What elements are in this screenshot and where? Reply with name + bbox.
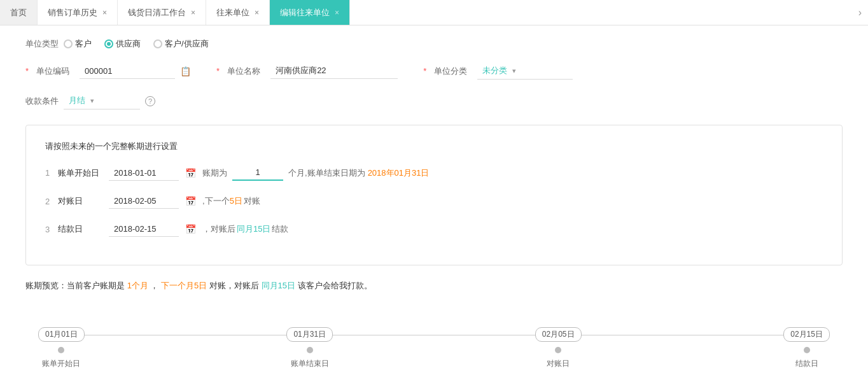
row-label-1: 账单开始日: [58, 167, 109, 179]
preview-prefix: 账期预览：当前客户账期是: [25, 281, 125, 290]
settings-card: 请按照未来的一个完整帐期进行设置 1 账单开始日 📅 账期为 个月,账单结束日期…: [25, 125, 843, 265]
tab-cash-work-close[interactable]: ×: [191, 8, 195, 17]
unit-class-star: *: [423, 66, 426, 76]
preview-part1: 1个月: [127, 281, 148, 290]
reconcile-prefix: ,下一个: [202, 195, 230, 207]
radio-group: 客户 供应商 客户/供应商: [64, 38, 209, 50]
period-label: 账期为: [202, 167, 227, 179]
unit-class-group: * 单位分类 未分类 ▾: [423, 62, 573, 80]
unit-code-label: 单位编码: [36, 66, 69, 77]
tab-cash-work-label: 钱货日清工作台: [128, 7, 186, 18]
tab-edit-partner[interactable]: 编辑往来单位 ×: [270, 0, 350, 25]
card-title: 请按照未来的一个完整帐期进行设置: [45, 141, 823, 152]
tab-partner-list[interactable]: 往来单位 ×: [206, 0, 270, 25]
unit-name-input[interactable]: [270, 64, 398, 79]
reconcile-suffix: 对账: [244, 195, 260, 207]
tl-node-1: 01月01日 账单开始日: [38, 327, 85, 369]
payment-suffix: 结款: [272, 223, 288, 235]
copy-icon[interactable]: 📋: [180, 66, 191, 76]
radio-both-circle: [153, 39, 162, 48]
tab-home-label: 首页: [10, 7, 27, 18]
tab-arrow[interactable]: ›: [852, 0, 868, 25]
payment-date-input[interactable]: [109, 222, 179, 237]
row-num-1: 1: [45, 168, 58, 178]
tab-partner-list-label: 往来单位: [216, 7, 249, 18]
payment-help-icon[interactable]: ?: [145, 96, 155, 106]
tl-tag-2: 01月31日: [286, 327, 333, 342]
tab-sales-history-label: 销售订单历史: [48, 7, 97, 18]
preview-part3: 同月15日: [262, 281, 295, 290]
payment-arrow: ▾: [90, 97, 94, 105]
setting-row-3: 3 结款日 📅 ，对账后 同月15日 结款: [45, 222, 823, 237]
unit-class-value: 未分类: [482, 65, 507, 76]
tab-sales-history[interactable]: 销售订单历史 ×: [38, 0, 118, 25]
tab-edit-partner-close[interactable]: ×: [335, 8, 339, 17]
tl-node-2: 01月31日 账单结束日: [286, 327, 333, 369]
radio-customer-circle: [64, 39, 73, 48]
radio-both[interactable]: 客户/供应商: [153, 38, 209, 50]
tl-tag-3: 02月05日: [535, 327, 582, 342]
tl-desc-2: 账单结束日: [291, 358, 329, 369]
row-num-3: 3: [45, 225, 58, 234]
payment-row: 收款条件 月结 ▾ ?: [25, 92, 843, 109]
unit-type-row: 单位类型 客户 供应商 客户/供应商: [25, 38, 843, 50]
radio-supplier[interactable]: 供应商: [104, 38, 141, 50]
unit-class-arrow: ▾: [512, 67, 516, 75]
unit-name-group: * 单位名称: [216, 64, 398, 79]
unit-code-input[interactable]: [80, 64, 175, 79]
radio-customer[interactable]: 客户: [64, 38, 92, 50]
tl-dot-4: [804, 347, 810, 353]
tl-node-4: 02月15日 结款日: [783, 327, 830, 369]
radio-customer-label: 客户: [75, 38, 92, 50]
payment-date-cal-icon[interactable]: 📅: [185, 224, 196, 234]
timeline-section: 01月01日 账单开始日 01月31日 账单结束日 02月05日 对账日 02月…: [25, 308, 843, 387]
unit-code-star: *: [25, 66, 29, 76]
unit-class-label: 单位分类: [434, 66, 467, 77]
period-unit-text: 个月,账单结束日期为: [288, 167, 365, 179]
setting-row-1: 1 账单开始日 📅 账期为 个月,账单结束日期为 2018年01月31日: [45, 165, 823, 181]
start-date-input[interactable]: [109, 165, 179, 181]
preview-suffix: 该客户会给我打款。: [298, 281, 372, 290]
tl-dot-1: [58, 347, 64, 353]
tab-bar: 首页 销售订单历史 × 钱货日清工作台 × 往来单位 × 编辑往来单位 × ›: [0, 0, 868, 25]
payment-select[interactable]: 月结 ▾: [64, 92, 140, 109]
row-label-3: 结款日: [58, 223, 109, 235]
timeline-nodes: 01月01日 账单开始日 01月31日 账单结束日 02月05日 对账日 02月…: [38, 327, 830, 369]
tl-node-3: 02月05日 对账日: [535, 327, 582, 369]
period-end-date: 2018年01月31日: [368, 167, 430, 179]
preview-comma1: ，: [150, 281, 158, 290]
tl-tag-1: 01月01日: [38, 327, 85, 342]
unit-class-select[interactable]: 未分类 ▾: [477, 62, 573, 80]
start-date-cal-icon[interactable]: 📅: [185, 168, 196, 178]
setting-row-2: 2 对账日 📅 ,下一个 5日 对账: [45, 194, 823, 209]
tl-dot-2: [307, 347, 313, 353]
reconcile-date-input[interactable]: [109, 194, 179, 209]
preview-middle: 对账，对账后: [209, 281, 259, 290]
tab-sales-history-close[interactable]: ×: [102, 8, 107, 17]
row-label-2: 对账日: [58, 195, 109, 207]
radio-both-label: 客户/供应商: [165, 38, 209, 50]
preview-part2: 下一个月5日: [161, 281, 207, 290]
main-content: 单位类型 客户 供应商 客户/供应商 * 单位编码 📋 * 单位名称: [0, 25, 868, 387]
preview-section: 账期预览：当前客户账期是 1个月 ， 下一个月5日 对账，对账后 同月15日 该…: [25, 278, 843, 293]
payment-prefix: ，对账后: [202, 223, 235, 235]
reconcile-date-cal-icon[interactable]: 📅: [185, 196, 196, 206]
tab-edit-partner-label: 编辑往来单位: [280, 7, 330, 18]
radio-supplier-label: 供应商: [116, 38, 141, 50]
tab-cash-work[interactable]: 钱货日清工作台 ×: [118, 0, 206, 25]
tab-home[interactable]: 首页: [0, 0, 38, 25]
tl-dot-3: [555, 347, 561, 353]
payment-highlight: 同月15日: [237, 223, 270, 235]
unit-code-group: * 单位编码 📋: [25, 64, 191, 79]
payment-value: 月结: [69, 95, 85, 106]
tl-tag-4: 02月15日: [783, 327, 830, 342]
unit-type-label: 单位类型: [25, 38, 59, 50]
unit-name-star: *: [216, 66, 220, 76]
tab-partner-list-close[interactable]: ×: [255, 8, 259, 17]
payment-label: 收款条件: [25, 95, 59, 107]
row-num-2: 2: [45, 197, 58, 206]
reconcile-highlight: 5日: [230, 195, 242, 207]
tl-desc-1: 账单开始日: [42, 358, 80, 369]
tl-desc-4: 结款日: [795, 358, 818, 369]
period-value-input[interactable]: [232, 165, 283, 181]
